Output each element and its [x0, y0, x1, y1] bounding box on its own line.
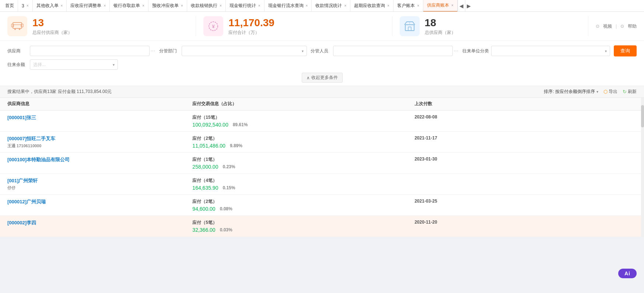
tab-3[interactable]: 3 × [18, 0, 33, 12]
scrollbar[interactable] [641, 98, 644, 237]
row4-txn: 应付（4笔） 164,635.90 0.15% [192, 177, 414, 191]
tab-overdue-ap[interactable]: 超期应收款查询 × [350, 0, 393, 12]
scrollbar-thumb [641, 105, 644, 127]
tab-bank-deposit-close[interactable]: × [142, 4, 144, 8]
ap-amount-value: 11,170.39 [228, 17, 274, 29]
row3-supplier-link[interactable]: [000100]本特勤油品有限公司 [7, 157, 70, 162]
row3-txn-amount[interactable]: 258,000.00 [192, 164, 218, 170]
dept-select[interactable]: ▾ [182, 46, 307, 56]
row6-txn-amount[interactable]: 32,366.00 [192, 227, 215, 233]
tab-customer-account[interactable]: 客户账本 × [393, 0, 423, 12]
result-bar-right: 排序: 按应付余额倒序排序 ▾ ⬡ 导出 ↻ 刷新 [544, 89, 637, 95]
tab-cash-bank-stat-close[interactable]: × [258, 4, 260, 8]
export-icon: ⬡ [603, 89, 608, 94]
category-select[interactable]: ▾ [491, 46, 610, 56]
balance-select[interactable]: 选择... ▾ [30, 59, 118, 70]
tab-collect-verify-label: 收款核销执行 [191, 3, 217, 9]
collapse-btn-label: 收起更多条件 [311, 75, 338, 81]
row5-last-payment-date: 2021-03-25 [414, 198, 437, 204]
row3-txn: 应付（1笔） 258,000.00 0.23% [192, 156, 414, 170]
row4-txn-pct: 0.15% [223, 185, 235, 190]
sort-chevron-icon: ▾ [596, 90, 598, 94]
row1-txn-pct: 89.61% [233, 122, 248, 127]
row1-txn-amount[interactable]: 100,092,540.00 [192, 122, 228, 128]
row2-supplier-link[interactable]: [000007]恒旺二手叉车 [7, 136, 55, 141]
tab-home[interactable]: 首页 [1, 0, 18, 12]
collapse-button[interactable]: ∧ 收起更多条件 [302, 73, 343, 83]
balance-select-placeholder: 选择... [33, 62, 46, 68]
row5-txn-pct: 0.08% [220, 206, 232, 211]
tab-ap-adj[interactable]: 应收应付调整单 × [67, 0, 110, 12]
tab-customer-account-close[interactable]: × [417, 4, 419, 8]
tab-bank-deposit[interactable]: 银行存取款单 × [110, 0, 148, 12]
tab-supplier-account-close[interactable]: × [451, 3, 454, 7]
filter-row-1: 供应商 ··· 分管部门 ▾ 分管人员 ··· 往来单位分类 ▾ 查询 [7, 45, 637, 56]
tab-prepay-collect[interactable]: 预收冲应收单 × [148, 0, 187, 12]
refresh-button[interactable]: ↻ 刷新 [623, 89, 637, 95]
row1-txn-row: 100,092,540.00 89.61% [192, 122, 414, 128]
row2-txn-amount[interactable]: 11,051,486.00 [192, 143, 225, 149]
row5-last-payment: 2021-03-25 [414, 199, 563, 204]
export-button[interactable]: ⬡ 导出 [603, 89, 617, 95]
row2-txn-label: 应付（2笔） [192, 135, 414, 142]
row5-txn-row: 94,600.00 0.08% [192, 206, 414, 212]
row5-supplier-link[interactable]: [000012]广州贝瑞 [7, 199, 46, 204]
row4-txn-label: 应付（4笔） [192, 177, 414, 184]
row5-txn: 应付（2笔） 94,600.00 0.08% [192, 199, 414, 212]
tab-cash-bank-flow-close[interactable]: × [306, 4, 308, 8]
row6-txn-label: 应付（5笔） [192, 220, 414, 226]
row4-supplier-sub: 仔仔 [7, 185, 192, 191]
row5-supplier: [000012]广州贝瑞 [7, 199, 192, 205]
filter-balance: 往来余额 选择... ▾ [7, 59, 118, 70]
row5-txn-label: 应付（2笔） [192, 199, 414, 205]
row1-supplier: [000001]张三 [7, 114, 192, 121]
row1-txn-label: 应付（15笔） [192, 114, 414, 121]
filter-category: 往来单位分类 ▾ [462, 46, 610, 56]
balance-filter-label: 往来余额 [7, 62, 28, 68]
tab-ap-adj-close[interactable]: × [104, 4, 106, 8]
top-nav: 首页 3 × 其他收入单 × 应收应付调整单 × 银行存取款单 × 预收冲应收单… [0, 0, 644, 12]
tab-cash-bank-flow[interactable]: 现金银行流水查询 × [265, 0, 312, 12]
tab-supplier-account[interactable]: 供应商账本 × [423, 0, 458, 12]
tab-other-income[interactable]: 其他收入单 × [33, 0, 67, 12]
row1-supplier-link[interactable]: [000001]张三 [7, 115, 36, 120]
sort-select[interactable]: 排序: 按应付余额倒序排序 ▾ [544, 89, 598, 95]
row6-supplier-link[interactable]: [000002]李四 [7, 220, 36, 225]
tab-cash-bank-stat[interactable]: 现金银行统计 × [226, 0, 265, 12]
nav-prev-arrow[interactable]: ◀ [458, 0, 465, 12]
row4-txn-amount[interactable]: 164,635.90 [192, 185, 218, 191]
person-input[interactable] [333, 46, 453, 56]
nav-next-arrow[interactable]: ▶ [465, 0, 472, 12]
tab-collect-verify[interactable]: 收款核销执行 × [187, 0, 226, 12]
tab-prepay-collect-close[interactable]: × [181, 4, 183, 8]
summary-total-suppliers: 18 总供应商（家） [392, 16, 588, 36]
row2-txn-pct: 9.89% [230, 143, 242, 148]
person-filter-label: 分管人员 [311, 48, 331, 54]
svg-rect-8 [405, 25, 414, 31]
balance-chevron-icon: ▾ [113, 63, 115, 67]
tab-other-income-close[interactable]: × [61, 4, 63, 8]
filter-dept: 分管部门 ▾ [159, 46, 307, 56]
supplier-filter-label: 供应商 [7, 48, 28, 54]
query-button[interactable]: 查询 [614, 45, 637, 56]
tab-collect-verify-close[interactable]: × [220, 4, 222, 8]
svg-rect-3 [14, 28, 16, 30]
tab-3-close[interactable]: × [27, 4, 29, 8]
row5-txn-amount[interactable]: 94,600.00 [192, 206, 215, 212]
circle-icon: ⊙ [596, 24, 599, 29]
supplier-more-icon[interactable]: ··· [150, 48, 155, 54]
help-link[interactable]: 帮助 [628, 23, 637, 30]
row4-supplier-link[interactable]: [001]广州荣轩 [7, 178, 38, 183]
ap-suppliers-value: 13 [32, 17, 72, 29]
video-link[interactable]: 视频 [603, 23, 612, 30]
tab-collect-stat[interactable]: 收款情况统计 × [312, 0, 350, 12]
total-suppliers-text: 18 总供应商（家） [425, 17, 456, 36]
ap-suppliers-label: 总应付供应商（家） [32, 30, 72, 36]
filter-row-2: 往来余额 选择... ▾ [7, 59, 637, 70]
row3-last-payment-date: 2023-01-30 [414, 156, 437, 162]
person-more-icon[interactable]: ··· [454, 48, 458, 54]
supplier-input[interactable] [30, 46, 150, 56]
category-chevron-icon: ▾ [605, 49, 607, 53]
tab-overdue-ap-close[interactable]: × [387, 4, 389, 8]
tab-collect-stat-close[interactable]: × [344, 4, 346, 8]
